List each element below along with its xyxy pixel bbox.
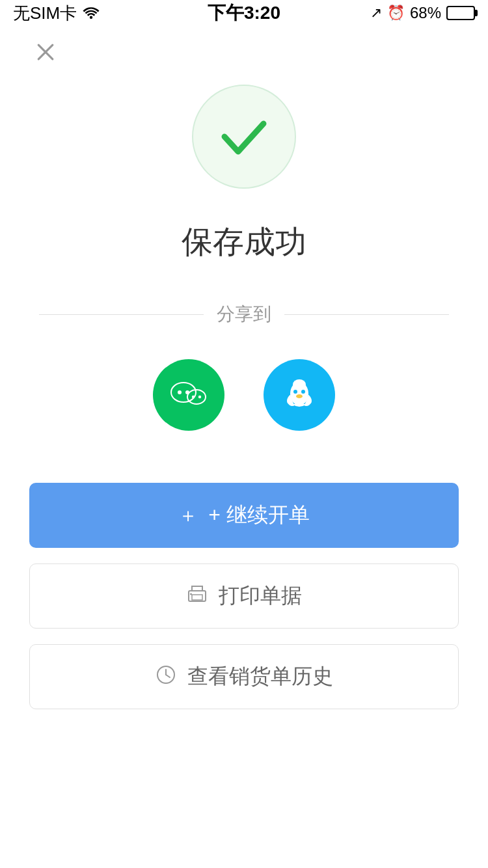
print-button[interactable]: 打印单据 xyxy=(29,563,459,629)
continue-button[interactable]: ＋ + 继续开单 xyxy=(29,483,459,548)
print-label: 打印单据 xyxy=(219,582,302,610)
clock-icon xyxy=(155,664,177,690)
svg-point-15 xyxy=(190,593,192,595)
svg-rect-14 xyxy=(192,595,202,600)
svg-point-2 xyxy=(171,383,196,402)
history-label: 查看销货单历史 xyxy=(187,662,333,691)
wechat-icon xyxy=(168,374,210,416)
status-right: ↗ ⏰ 68% xyxy=(370,4,475,22)
print-icon xyxy=(186,583,208,610)
plus-icon: ＋ xyxy=(178,502,198,529)
svg-point-7 xyxy=(198,395,200,398)
battery-icon xyxy=(446,6,475,20)
svg-point-11 xyxy=(296,394,303,398)
wifi-icon xyxy=(82,3,100,23)
action-buttons: ＋ + 继续开单 打印单据 xyxy=(0,483,488,709)
share-divider: 分享到 xyxy=(0,302,488,327)
battery-percentage: 68% xyxy=(410,4,441,22)
divider-line-left xyxy=(39,314,204,315)
svg-point-10 xyxy=(301,390,305,394)
share-label: 分享到 xyxy=(204,302,284,327)
history-button[interactable]: 查看销货单历史 xyxy=(29,644,459,709)
main-content: 保存成功 分享到 xyxy=(0,26,488,709)
share-icons-container xyxy=(153,359,335,431)
success-icon-circle xyxy=(192,85,296,189)
qq-icon xyxy=(278,374,321,416)
svg-point-12 xyxy=(293,379,306,390)
gps-icon: ↗ xyxy=(370,5,382,21)
svg-point-6 xyxy=(191,395,194,398)
svg-line-18 xyxy=(166,675,170,677)
svg-point-3 xyxy=(178,390,182,394)
alarm-icon: ⏰ xyxy=(387,5,405,21)
status-left: 无SIM卡 xyxy=(13,2,100,25)
continue-label: + 继续开单 xyxy=(208,501,310,530)
wechat-share-button[interactable] xyxy=(153,359,224,431)
close-button[interactable] xyxy=(29,36,62,68)
svg-point-9 xyxy=(293,390,297,394)
success-title: 保存成功 xyxy=(182,221,306,263)
status-bar: 无SIM卡 下午3:20 ↗ ⏰ 68% xyxy=(0,0,488,26)
qq-share-button[interactable] xyxy=(264,359,335,431)
svg-point-5 xyxy=(187,390,206,404)
divider-line-right xyxy=(284,314,449,315)
checkmark-icon xyxy=(215,107,273,166)
carrier-text: 无SIM卡 xyxy=(13,2,77,25)
status-time: 下午3:20 xyxy=(208,1,280,25)
